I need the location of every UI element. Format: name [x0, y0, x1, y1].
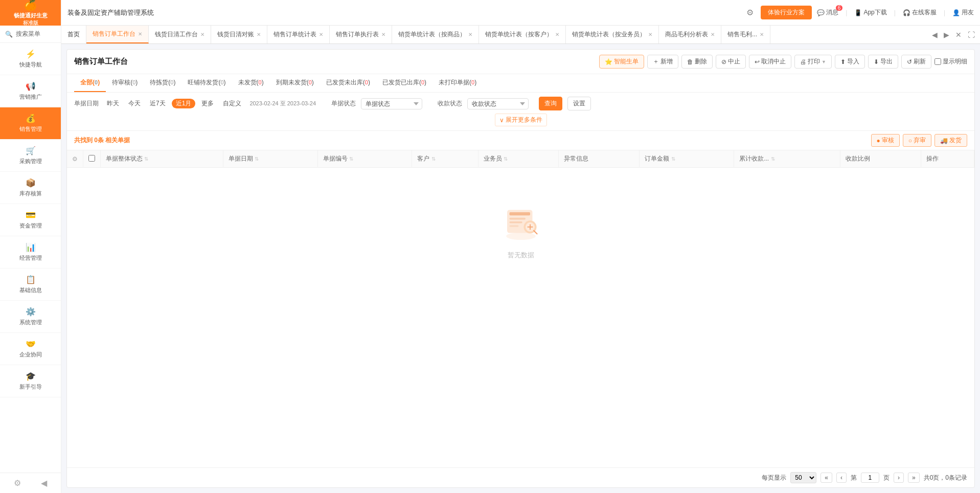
- sidebar-item-operation[interactable]: 📊 经营管理: [0, 236, 61, 268]
- sort-icon[interactable]: ⇅: [771, 156, 775, 162]
- sidebar-item-marketing[interactable]: 📢 营销推广: [0, 75, 61, 107]
- tab-1[interactable]: 销售订单工作台✕: [86, 26, 149, 43]
- user-btn[interactable]: 👤 用友: [952, 8, 974, 17]
- first-page-btn[interactable]: «: [821, 473, 832, 483]
- date-option-yesterday[interactable]: 昨天: [104, 98, 122, 109]
- next-page-btn[interactable]: ›: [894, 473, 904, 483]
- status-select[interactable]: 单据状态: [361, 98, 422, 109]
- sidebar-item-sales[interactable]: 💰 销售管理: [0, 107, 61, 140]
- sub-tab-5[interactable]: 到期未发货(0): [270, 74, 320, 92]
- tab-close-btn[interactable]: ✕: [138, 31, 142, 37]
- sort-icon[interactable]: ⇅: [504, 156, 508, 162]
- show-detail-input[interactable]: [935, 58, 941, 65]
- cancel-audit-btn[interactable]: ○ 弃审: [903, 134, 931, 147]
- sort-icon[interactable]: ⇅: [144, 156, 148, 162]
- import-btn[interactable]: ⬆ 导入: [835, 55, 865, 69]
- topbar-gear-icon[interactable]: ⚙: [746, 8, 754, 17]
- smart-btn[interactable]: ⭐ 智能生单: [599, 55, 644, 69]
- settings-col-icon[interactable]: ⚙: [72, 155, 78, 163]
- sub-tab-6[interactable]: 已发货未出库(0): [320, 74, 376, 92]
- tab-close-btn[interactable]: ✕: [319, 32, 323, 37]
- sub-tab-2[interactable]: 待拣货(0): [144, 74, 181, 92]
- tab-7[interactable]: 销货单统计表（按客户）✕: [479, 26, 566, 43]
- sidebar-item-basic[interactable]: 📋 基础信息: [0, 268, 61, 301]
- sub-tab-8[interactable]: 未打印单据(0): [432, 74, 483, 92]
- tab-close-btn[interactable]: ✕: [711, 32, 715, 37]
- date-option-1month[interactable]: 近1月: [172, 99, 196, 108]
- date-option-more[interactable]: 更多: [198, 98, 217, 109]
- cancel-stop-btn-label: 取消中止: [761, 57, 786, 66]
- sub-tab-3[interactable]: 旺铺待发货(0): [181, 74, 232, 92]
- expand-more-btn[interactable]: ∨ 展开更多条件: [495, 114, 547, 126]
- tab-close-btn[interactable]: ✕: [555, 32, 559, 37]
- tab-close-btn[interactable]: ✕: [200, 32, 204, 37]
- tab-label: 钱货日清对账: [217, 30, 254, 39]
- add-btn[interactable]: ＋ 新增: [647, 55, 678, 69]
- sidebar-collapse-btn[interactable]: ◀: [41, 478, 47, 488]
- tab-10[interactable]: 销售毛利...✕: [721, 26, 770, 43]
- tab-close-btn[interactable]: ✕: [257, 32, 261, 37]
- sub-tab-7[interactable]: 已发货已出库(0): [376, 74, 432, 92]
- sidebar-item-quick-nav[interactable]: ⚡ 快捷导航: [0, 43, 61, 75]
- tab-6[interactable]: 销货单统计表（按商品）✕: [392, 26, 479, 43]
- tab-close-btn[interactable]: ✕: [468, 32, 472, 37]
- sub-tab-4[interactable]: 未发货(0): [232, 74, 270, 92]
- export-btn[interactable]: ⬇ 导出: [868, 55, 898, 69]
- tab-label: 销货单统计表（按商品）: [398, 30, 466, 39]
- date-option-today[interactable]: 今天: [125, 98, 144, 109]
- payment-select[interactable]: 收款状态: [467, 98, 529, 109]
- tab-8[interactable]: 销货单统计表（按业务员）✕: [566, 26, 659, 43]
- tab-label: 销售毛利...: [727, 30, 757, 39]
- sidebar-item-purchase[interactable]: 🛒 采购管理: [0, 140, 61, 172]
- last-page-btn[interactable]: »: [908, 473, 920, 483]
- tab-4[interactable]: 销售订单统计表✕: [267, 26, 330, 43]
- query-btn[interactable]: 查询: [539, 97, 562, 110]
- sidebar-item-finance[interactable]: 💳 资金管理: [0, 204, 61, 236]
- col-status: 单据整体状态 ⇅: [101, 150, 223, 168]
- sub-tab-1[interactable]: 待审核(0): [106, 74, 144, 92]
- message-btn[interactable]: 💬 消息 6: [817, 8, 838, 17]
- sidebar-settings-btn[interactable]: ⚙: [14, 478, 21, 488]
- prev-page-btn[interactable]: ‹: [836, 473, 847, 483]
- app-download-btn[interactable]: 📱 App下载: [854, 8, 886, 17]
- tab-9[interactable]: 商品毛利分析表✕: [659, 26, 721, 43]
- audit-btn[interactable]: ● 审核: [871, 134, 900, 147]
- online-service-btn[interactable]: 🎧 在线客服: [903, 8, 937, 17]
- sub-tab-0[interactable]: 全部(0): [74, 74, 106, 92]
- print-btn[interactable]: 🖨 打印 ▼: [794, 55, 832, 69]
- settings-filter-btn[interactable]: 设置: [567, 97, 591, 110]
- refresh-btn[interactable]: ↺ 刷新: [901, 55, 931, 69]
- delete-btn[interactable]: 🗑 删除: [681, 55, 713, 69]
- sort-icon[interactable]: ⇅: [255, 156, 259, 162]
- filter-row-1: 单据日期 昨天 今天 近7天 近1月 更多 自定义 2023-02-24 至 2…: [74, 97, 967, 110]
- sidebar-item-guide[interactable]: 🎓 新手引导: [0, 365, 61, 397]
- date-option-custom[interactable]: 自定义: [220, 98, 244, 109]
- sort-icon[interactable]: ⇅: [671, 156, 675, 162]
- sort-icon[interactable]: ⇅: [349, 156, 353, 162]
- deliver-btn[interactable]: 🚚 发货: [935, 134, 967, 147]
- sidebar-item-enterprise[interactable]: 🤝 企业协同: [0, 333, 61, 365]
- tab-3[interactable]: 钱货日清对账✕: [211, 26, 267, 43]
- show-detail-checkbox[interactable]: 显示明细: [935, 57, 967, 66]
- tab-close-all-btn[interactable]: ✕: [953, 30, 964, 40]
- page-input[interactable]: [861, 473, 879, 483]
- sidebar-item-system[interactable]: ⚙️ 系统管理: [0, 301, 61, 333]
- tab-2[interactable]: 钱货日清工作台✕: [149, 26, 211, 43]
- tab-close-btn[interactable]: ✕: [760, 32, 764, 37]
- tab-next-btn[interactable]: ▶: [942, 30, 951, 40]
- tab-5[interactable]: 销售订单执行表✕: [330, 26, 392, 43]
- page-size-select[interactable]: 50 10 20 100: [790, 472, 816, 483]
- date-option-7days[interactable]: 近7天: [147, 98, 169, 109]
- tab-expand-btn[interactable]: ⛶: [966, 30, 977, 40]
- sidebar-item-inventory[interactable]: 📦 库存核算: [0, 172, 61, 204]
- tab-close-btn[interactable]: ✕: [648, 32, 652, 37]
- select-all-checkbox[interactable]: [88, 155, 95, 162]
- tab-0[interactable]: 首页: [61, 26, 86, 43]
- tab-close-btn[interactable]: ✕: [381, 32, 385, 37]
- sidebar-search[interactable]: 🔍 搜索菜单: [0, 26, 61, 43]
- cancel-stop-btn[interactable]: ↩ 取消中止: [749, 55, 791, 69]
- tab-prev-btn[interactable]: ◀: [930, 30, 940, 40]
- industry-btn[interactable]: 体验行业方案: [761, 6, 812, 19]
- stop-btn[interactable]: ⊘ 中止: [716, 55, 746, 69]
- sort-icon[interactable]: ⇅: [431, 156, 436, 162]
